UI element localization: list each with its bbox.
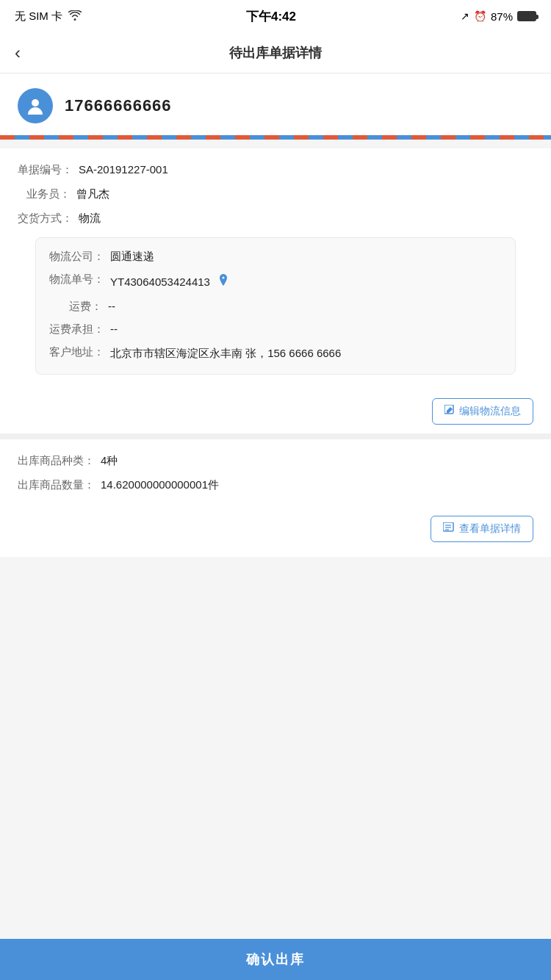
status-bar: 无 SIM 卡 下午4:42 ↗ ⏰ 87%	[0, 0, 551, 32]
user-header: 17666666666	[0, 73, 551, 135]
freight-label: 运费：	[49, 300, 108, 314]
view-detail-row: 查看单据详情	[0, 507, 551, 557]
confirm-btn-text: 确认出库	[246, 952, 305, 967]
tracking-no-row: 物流单号： YT43064053424413	[49, 273, 502, 291]
address-value: 北京市市辖区海淀区永丰南 张，156 6666 6666	[110, 345, 502, 362]
doc-no-value: SA-20191227-001	[79, 163, 533, 176]
svg-point-0	[32, 99, 39, 107]
tracking-no-label: 物流单号：	[49, 273, 110, 287]
doc-no-row: 单据编号： SA-20191227-001	[18, 163, 533, 177]
view-detail-button[interactable]: 查看单据详情	[431, 516, 533, 542]
status-time: 下午4:42	[246, 8, 296, 25]
user-phone: 17666666666	[65, 96, 172, 115]
logistics-card: 物流公司： 圆通速递 物流单号： YT43064053424413 运费： --	[35, 237, 516, 375]
goods-quantity-row: 出库商品数量： 14.620000000000001件	[18, 478, 533, 492]
goods-types-row: 出库商品种类： 4种	[18, 454, 533, 468]
battery-icon	[517, 11, 536, 21]
location-status-icon: ↗	[461, 10, 469, 22]
goods-types-value: 4种	[101, 454, 533, 468]
address-label: 客户地址：	[49, 345, 110, 359]
edit-icon	[444, 405, 455, 417]
freight-bearer-value: --	[110, 323, 502, 335]
salesman-value: 曾凡杰	[76, 187, 533, 201]
address-row: 客户地址： 北京市市辖区海淀区永丰南 张，156 6666 6666	[49, 345, 502, 362]
delivery-row: 交货方式： 物流	[18, 212, 533, 226]
alarm-icon: ⏰	[474, 10, 486, 22]
view-detail-label: 查看单据详情	[459, 522, 521, 536]
freight-bearer-row: 运费承担： --	[49, 323, 502, 336]
edit-btn-row: 编辑物流信息	[0, 389, 551, 433]
logistics-company-label: 物流公司：	[49, 250, 110, 264]
delivery-label: 交货方式：	[18, 212, 79, 226]
dashed-divider	[0, 135, 551, 140]
logistics-company-row: 物流公司： 圆通速递	[49, 250, 502, 264]
delivery-value: 物流	[79, 212, 533, 226]
freight-value: --	[108, 300, 502, 312]
spacer-area	[0, 557, 551, 704]
edit-logistics-button[interactable]: 编辑物流信息	[432, 398, 533, 425]
doc-no-label: 单据编号：	[18, 163, 79, 177]
wifi-icon	[68, 10, 82, 23]
goods-section: 出库商品种类： 4种 出库商品数量： 14.620000000000001件	[0, 439, 551, 507]
freight-bearer-label: 运费承担：	[49, 323, 110, 336]
battery-label: 87%	[491, 10, 513, 23]
logistics-company-value: 圆通速递	[110, 250, 502, 264]
edit-logistics-label: 编辑物流信息	[459, 405, 521, 418]
goods-quantity-label: 出库商品数量：	[18, 478, 101, 492]
tracking-no-value: YT43064053424413	[110, 273, 502, 291]
avatar	[18, 88, 53, 123]
carrier-label: 无 SIM 卡	[15, 10, 62, 24]
tracking-location-icon[interactable]	[216, 273, 231, 291]
nav-bar: ‹ 待出库单据详情	[0, 32, 551, 73]
section-divider	[0, 433, 551, 439]
view-detail-icon	[443, 522, 455, 535]
salesman-row: 业务员： 曾凡杰	[18, 187, 533, 201]
goods-quantity-value: 14.620000000000001件	[101, 478, 533, 492]
freight-row: 运费： --	[49, 300, 502, 314]
status-right: ↗ ⏰ 87%	[461, 10, 536, 23]
status-left: 无 SIM 卡	[15, 10, 82, 24]
confirm-bottom-bar[interactable]: 确认出库	[0, 939, 551, 980]
salesman-label: 业务员：	[18, 187, 76, 201]
page-title: 待出库单据详情	[229, 44, 322, 62]
goods-types-label: 出库商品种类：	[18, 454, 101, 468]
document-info-section: 单据编号： SA-20191227-001 业务员： 曾凡杰 交货方式： 物流 …	[0, 148, 551, 389]
back-button[interactable]: ‹	[15, 44, 21, 62]
